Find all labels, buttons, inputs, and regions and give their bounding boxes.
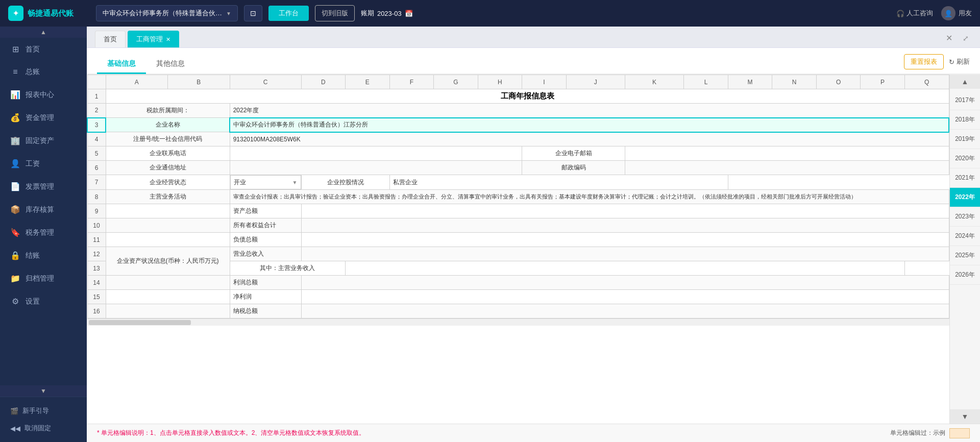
header-right: 🎧 人工咨询 👤 用友 (896, 6, 972, 20)
year-item-2018[interactable]: 2018年 (950, 110, 980, 130)
calendar-icon[interactable]: 📅 (405, 10, 413, 17)
sidebar-label-tax: 税务管理 (26, 228, 54, 237)
tab-close-icon[interactable]: ✕ (166, 36, 170, 43)
year-item-2020[interactable]: 2020年 (950, 149, 980, 168)
spreadsheet-main[interactable]: A B C D E F G H I J K L (87, 75, 949, 424)
cell-company-name-value[interactable]: 中审众环会计师事务所（特殊普通合伙）江苏分所 (230, 118, 949, 132)
sidebar-label-archive: 归档管理 (26, 274, 54, 283)
cell-control-value[interactable]: 私营企业 (389, 175, 728, 190)
year-panel-down-button[interactable]: ▼ (950, 409, 980, 424)
col-c: C (230, 75, 301, 89)
inventory-icon: 📦 (10, 205, 20, 214)
row-num-4: 4 (87, 132, 106, 146)
year-item-2022[interactable]: 2022年 (950, 188, 980, 207)
col-b: B (168, 75, 230, 89)
report-icon: 📊 (10, 90, 20, 100)
cell-assets-value[interactable] (301, 204, 949, 218)
edit-hint-label: 单元格编辑过：示例 (890, 429, 945, 437)
sidebar-item-ledger[interactable]: ≡ 总账 (0, 61, 87, 83)
sub-tab-basic[interactable]: 基础信息 (97, 55, 146, 74)
row-num-8: 8 (87, 190, 106, 204)
cell-net-profit-value[interactable] (301, 290, 949, 304)
service-button[interactable]: 🎧 人工咨询 (896, 9, 933, 18)
sidebar-item-inventory[interactable]: 📦 库存核算 (0, 198, 87, 221)
cell-liabilities-value[interactable] (301, 233, 949, 247)
reset-table-button[interactable]: 重置报表 (904, 54, 944, 69)
old-version-button[interactable]: 切到旧版 (315, 5, 355, 21)
cell-title[interactable]: 工商年报信息表 (106, 89, 949, 104)
col-o: O (816, 75, 861, 89)
col-m: M (728, 75, 772, 89)
cell-postal-value[interactable] (625, 161, 949, 175)
col-e: E (346, 75, 390, 89)
col-p: P (861, 75, 905, 89)
year-item-2026[interactable]: 2026年 (950, 265, 980, 285)
sidebar-item-home[interactable]: ⊞ 首页 (0, 38, 87, 61)
refresh-button[interactable]: ↻ 刷新 (949, 57, 970, 66)
cell-address-value[interactable] (230, 161, 522, 175)
sidebar-item-salary[interactable]: 👤 工资 (0, 152, 87, 175)
cell-liabilities-label: 负债总额 (230, 233, 301, 247)
cell-revenue-value[interactable] (301, 247, 949, 261)
sidebar-scroll-down[interactable]: ▼ (0, 385, 87, 397)
sub-tab-other[interactable]: 其他信息 (146, 55, 195, 74)
hscroll-thumb[interactable] (89, 320, 191, 325)
spreadsheet-wrapper: A B C D E F G H I J K L (87, 75, 980, 424)
table-row: 7 企业经营状态 开业▼ 企业控股情况 私营企业 (87, 175, 949, 190)
table-row: 15 净利润 (87, 290, 949, 304)
cell-equity-value[interactable] (301, 218, 949, 233)
sidebar-item-settings[interactable]: ⚙ 设置 (0, 290, 87, 313)
row-num-2: 2 (87, 104, 106, 118)
horizontal-scrollbar[interactable] (87, 318, 949, 326)
tab-commerce[interactable]: 工商管理 ✕ (128, 31, 179, 47)
row-num-5: 5 (87, 146, 106, 161)
unpin-button[interactable]: ◀◀ 取消固定 (0, 420, 87, 437)
sidebar-label-assets: 固定资产 (26, 136, 54, 145)
sidebar-label-home: 首页 (26, 45, 40, 54)
sidebar-label-inventory: 库存核算 (26, 205, 54, 214)
newbie-guide-button[interactable]: 🎬 新手引导 (0, 402, 87, 420)
sidebar-item-report[interactable]: 📊 报表中心 (0, 83, 87, 106)
tab-home[interactable]: 首页 (95, 31, 126, 47)
cell-total-tax-value[interactable] (301, 304, 949, 318)
headset-icon: 🎧 (896, 10, 904, 17)
cell-phone-value[interactable] (230, 146, 522, 161)
window-expand-icon[interactable]: ⤢ (960, 33, 972, 43)
sidebar-item-archive[interactable]: 📁 归档管理 (0, 267, 87, 290)
cell-main-revenue-value[interactable] (346, 261, 905, 276)
top-header: ✦ 畅捷通易代账 中审众环会计师事务所（特殊普通合伙… ▼ ⊡ 工作台 切到旧版… (0, 0, 980, 27)
window-close-icon[interactable]: ✕ (943, 32, 955, 44)
workbench-button[interactable]: 工作台 (268, 6, 309, 21)
cell-status-value[interactable]: 开业▼ (230, 175, 301, 189)
year-item-2024[interactable]: 2024年 (950, 227, 980, 246)
sidebar-scroll-up[interactable]: ▲ (0, 27, 87, 38)
year-item-2019[interactable]: 2019年 (950, 130, 980, 149)
copy-icon-button[interactable]: ⊡ (244, 5, 262, 21)
sidebar-item-invoice[interactable]: 📄 发票管理 (0, 175, 87, 198)
cell-email-value[interactable] (625, 146, 949, 161)
cell-address-label: 企业通信地址 (106, 161, 230, 175)
cell-reg-value[interactable]: 91320100MA208E5W6K (230, 132, 949, 146)
sidebar-item-assets[interactable]: 🏢 固定资产 (0, 129, 87, 152)
year-item-2025[interactable]: 2025年 (950, 246, 980, 265)
sidebar-label-salary: 工资 (26, 159, 40, 168)
col-l: L (684, 75, 728, 89)
company-selector[interactable]: 中审众环会计师事务所（特殊普通合伙… ▼ (96, 5, 238, 21)
cell-profit-value[interactable] (301, 276, 949, 290)
year-item-2023[interactable]: 2023年 (950, 207, 980, 227)
sidebar-item-finance[interactable]: 💰 资金管理 (0, 106, 87, 129)
user-label: 用友 (959, 9, 972, 18)
sidebar-item-tax[interactable]: 🔖 税务管理 (0, 221, 87, 244)
cell-net-profit-label: 净利润 (230, 290, 301, 304)
year-panel-up-button[interactable]: ▲ (950, 75, 980, 89)
company-name: 中审众环会计师事务所（特殊普通合伙… (103, 9, 222, 18)
cell-assets-label: 资产总额 (230, 204, 301, 218)
cell-main-biz-value[interactable]: 审查企业会计报表；出具审计报告；验证企业资本；出具验资报告；办理企业合开、分立、… (230, 190, 949, 204)
sidebar-item-close[interactable]: 🔒 结账 (0, 244, 87, 267)
year-item-2017[interactable]: 2017年 (950, 91, 980, 110)
cell-phone-label: 企业联系电话 (106, 146, 230, 161)
year-item-2021[interactable]: 2021年 (950, 168, 980, 188)
user-area[interactable]: 👤 用友 (941, 6, 972, 20)
service-label: 人工咨询 (906, 9, 933, 18)
cell-tax-period-value[interactable]: 2022年度 (230, 104, 949, 118)
